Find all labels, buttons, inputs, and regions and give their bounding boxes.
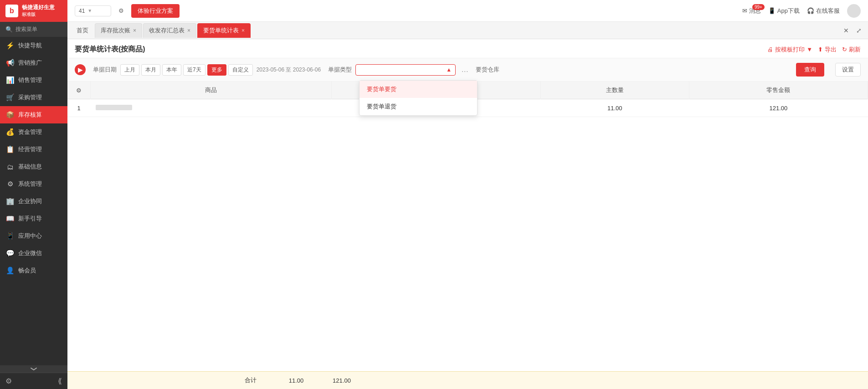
col-quantity: 主数量 [540,82,689,99]
sidebar-search[interactable]: 🔍 搜索菜单 [0,22,67,37]
tab-home[interactable]: 首页 [71,23,94,38]
sidebar-item-quick-nav[interactable]: ⚡ 快捷导航 [0,37,67,54]
tab-order-summary-close[interactable]: × [241,28,245,33]
sidebar-item-finance[interactable]: 💰 资金管理 [0,123,67,141]
dropdown-item-order-return-label: 要货单退货 [367,103,396,110]
tab-inventory-batch-close[interactable]: × [133,28,136,33]
sidebar-item-marketing[interactable]: 📢 营销推广 [0,54,67,72]
purchase-label: 采购管理 [18,93,42,102]
tab-receipt-summary-label: 收发存汇总表 [149,26,185,35]
type-filter-dots[interactable]: … [461,66,468,74]
messages-btn[interactable]: ✉ 消息 99+ [742,7,761,15]
system-icon: ⚙ [5,180,15,188]
topbar-gear-icon[interactable]: ⚙ [115,5,128,17]
tab-receipt-summary[interactable]: 收发存汇总表 × [143,23,196,38]
query-btn[interactable]: 查询 [796,63,824,77]
dropdown-item-order-return[interactable]: 要货单退货 [360,98,477,115]
sidebar-scroll-down[interactable] [0,365,67,373]
trial-btn[interactable]: 体验行业方案 [131,4,180,18]
type-select[interactable]: ▲ [355,64,456,76]
table-footer: 合计 11.00 121.00 [67,371,868,389]
settings-icon[interactable]: ⚙ [5,377,12,385]
sidebar-item-wechat[interactable]: 💬 企业微信 [0,245,67,262]
online-service-btn[interactable]: 🎧 在线客服 [807,7,840,15]
page-header: 要货单统计表(按商品) 🖨 按模板打印 ▼ ⬆ 导出 ↻ 刷新 [67,39,868,58]
sidebar-item-basic-info[interactable]: 🗂 基础信息 [0,158,67,175]
date-btns: 上月 本月 本年 近7天 更多 自定义 [120,64,253,76]
product-placeholder [96,105,132,110]
marketing-label: 营销推广 [18,59,42,67]
purchase-icon: 🛒 [5,93,15,102]
refresh-btn[interactable]: ↻ 刷新 [842,46,861,54]
date-btn-last-month[interactable]: 上月 [120,64,139,76]
search-label: 搜索菜单 [15,26,37,33]
tab-receipt-summary-close[interactable]: × [187,28,190,33]
filter-bar: ▶ 单据日期 上月 本月 本年 近7天 更多 自定义 2023-05-06 至 … [67,58,868,82]
basic-info-icon: 🗂 [5,163,15,171]
date-btn-this-year[interactable]: 本年 [162,64,181,76]
finance-icon: 💰 [5,128,15,136]
member-label: 畅会员 [18,266,36,275]
date-btn-this-month[interactable]: 本月 [141,64,160,76]
tab-home-label: 首页 [77,26,88,35]
sidebar-item-system[interactable]: ⚙ 系统管理 [0,175,67,193]
settings-btn[interactable]: 设置 [835,63,861,77]
app-download-label: App下载 [777,7,800,15]
online-service-label: 在线客服 [816,7,840,15]
sidebar: b 畅捷通好生意 标准版 🔍 搜索菜单 ⚡ 快捷导航 📢 营销推广 📊 销售管理… [0,0,67,389]
sidebar-item-guide[interactable]: 📖 新手引导 [0,210,67,227]
dropdown-item-order-goods[interactable]: 要货单要货 [360,81,477,98]
date-range: 2023-05-06 至 2023-06-06 [257,66,321,74]
user-avatar[interactable] [847,4,861,18]
quick-nav-icon: ⚡ [5,41,15,50]
sidebar-item-purchase[interactable]: 🛒 采购管理 [0,89,67,106]
guide-icon: 📖 [5,215,15,223]
tabbar-close-btn[interactable]: ✕ [841,25,852,36]
app-title: 畅捷通好生意 [22,4,55,11]
date-btn-custom[interactable]: 自定义 [228,64,253,76]
app-download-btn[interactable]: 📱 App下载 [768,7,800,15]
tabbar-expand-btn[interactable]: ⤢ [853,25,864,36]
tab-order-summary[interactable]: 要货单统计表 × [197,23,251,38]
date-filter-label: 单据日期 [93,66,117,74]
enterprise-label: 企业协同 [18,197,42,205]
type-dropdown: 要货单要货 要货单退货 [359,80,478,116]
type-filter-group: 单据类型 ▲ … [328,64,468,76]
basic-info-label: 基础信息 [18,163,42,171]
finance-label: 资金管理 [18,128,42,136]
col-settings[interactable]: ⚙ [67,82,90,99]
type-select-value [360,67,361,73]
sidebar-item-app-center[interactable]: 📱 应用中心 [0,227,67,245]
sidebar-item-member[interactable]: 👤 畅会员 [0,262,67,279]
app-center-icon: 📱 [5,232,15,240]
row-index: 1 [67,99,90,117]
inventory-label: 库存核算 [18,111,42,119]
print-template-btn[interactable]: 🖨 按模板打印 ▼ [767,46,812,54]
type-filter-label: 单据类型 [328,66,352,74]
wechat-icon: 💬 [5,249,15,257]
date-btn-7days[interactable]: 近7天 [183,64,205,76]
guide-label: 新手引导 [18,215,42,223]
app-center-label: 应用中心 [18,232,42,240]
tab-inventory-batch[interactable]: 库存批次账 × [95,23,142,38]
sidebar-item-inventory[interactable]: 📦 库存核算 [0,106,67,123]
tab-order-summary-label: 要货单统计表 [203,26,239,35]
row-quantity: 11.00 [540,99,689,117]
messages-badge: 99+ [752,4,765,10]
wechat-label: 企业微信 [18,249,42,257]
sidebar-item-enterprise[interactable]: 🏢 企业协同 [0,193,67,210]
footer-quantity: 11.00 [273,377,319,384]
type-select-arrow: ▲ [446,67,452,73]
app-subtitle: 标准版 [22,11,55,18]
row-retail: 121.00 [689,99,868,117]
collapse-icon[interactable]: ⟪ [58,377,62,385]
tabbar: 首页 库存批次账 × 收发存汇总表 × 要货单统计表 × ✕ ⤢ [67,22,868,39]
sidebar-item-sales[interactable]: 📊 销售管理 [0,72,67,89]
date-btn-more[interactable]: 更多 [207,64,226,76]
store-selector[interactable]: 41 ▼ [75,5,111,16]
export-btn[interactable]: ⬆ 导出 [818,46,837,54]
logo-icon: b [5,5,18,17]
sidebar-item-operations[interactable]: 📋 经营管理 [0,141,67,158]
dropdown-item-order-goods-label: 要货单要货 [367,86,396,92]
filter-expand-btn[interactable]: ▶ [75,64,86,75]
